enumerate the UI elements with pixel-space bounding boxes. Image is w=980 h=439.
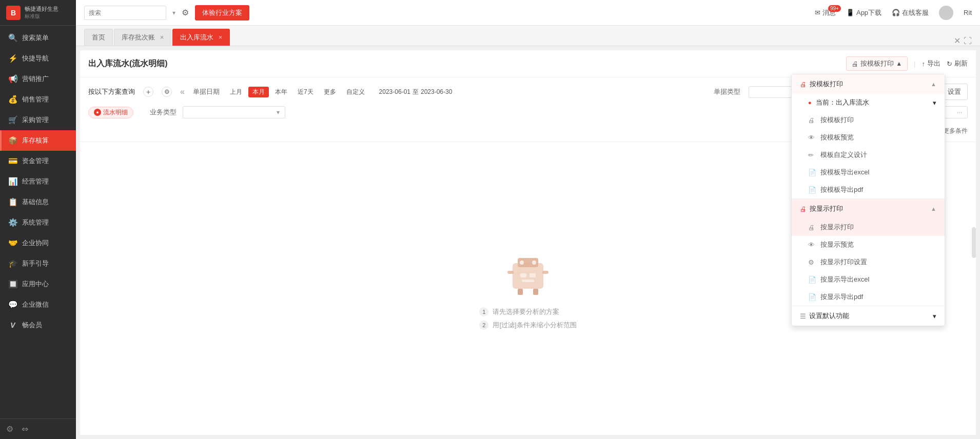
sidebar-item-finance[interactable]: 💳 资金管理 (0, 151, 76, 171)
template-print-item[interactable]: 🖨 按模板打印 (792, 111, 945, 129)
current-template-item[interactable]: ● 当前：出入库流水 ▾ (792, 94, 945, 111)
display-print-icon: 🖨 (808, 224, 816, 231)
mobile-icon: 📱 (846, 9, 854, 16)
sidebar-item-label-app-center: 应用中心 (22, 280, 49, 289)
sidebar-item-enterprise[interactable]: 🤝 企业协同 (0, 233, 76, 253)
tab-flow-close[interactable]: × (219, 33, 223, 41)
custom-item-icon: ✏ (808, 151, 816, 159)
template-print-header-icon: 🖨 (800, 81, 807, 88)
svg-rect-8 (542, 271, 548, 274)
display-print-label: 按显示打印 (820, 223, 854, 232)
display-print-item[interactable]: 🖨 按显示打印 (792, 218, 945, 236)
graduate-icon: 🎓 (8, 258, 18, 269)
tab-expand-icon[interactable]: ⛶ (964, 36, 972, 46)
tab-home[interactable]: 首页 (84, 29, 113, 46)
logo-icon: B (6, 6, 21, 20)
display-export-pdf-label: 按显示导出pdf (820, 292, 863, 302)
biz-type-select[interactable]: ▾ (183, 106, 285, 118)
template-print-header-label: 按模板打印 (810, 79, 843, 89)
svg-rect-6 (522, 280, 534, 282)
print-dropdown-chevron[interactable]: ▲ (896, 60, 902, 67)
template-preview-item[interactable]: 👁 按模板预览 (792, 129, 945, 146)
default-section-header[interactable]: ☰ 设置默认功能 ▾ (792, 306, 945, 326)
svg-rect-9 (518, 289, 523, 295)
print-dropdown-panel: 🖨 按模板打印 ▲ ● 当前：出入库流水 ▾ 🖨 按模板打印 👁 按模板预览 ✏ (791, 74, 945, 326)
filter-add-button[interactable]: + (143, 87, 153, 97)
warehouse-dots-icon[interactable]: ··· (957, 109, 962, 116)
date-btn-7days[interactable]: 近7天 (293, 87, 318, 97)
display-preview-icon: 👁 (808, 241, 816, 249)
filter-settings-button[interactable]: ⚙ (162, 87, 172, 97)
tab-batch[interactable]: 库存批次账 × (114, 29, 171, 46)
tab-flow-label: 出入库流水 (180, 33, 213, 41)
topbar-search-input[interactable] (84, 6, 166, 20)
sidebar-item-inventory[interactable]: 📦 库存核算 (0, 130, 76, 151)
sidebar-item-label-basic-info: 基础信息 (22, 197, 49, 207)
user-avatar[interactable] (939, 6, 953, 20)
tab-batch-close[interactable]: × (160, 33, 164, 41)
filter-collapse-icon[interactable]: « (180, 87, 185, 96)
sidebar-item-operations[interactable]: 📊 经营管理 (0, 171, 76, 192)
export-label: 导出 (927, 59, 940, 68)
online-service-button[interactable]: 🎧 在线客服 (892, 8, 929, 17)
sidebar-item-marketing[interactable]: 📢 营销推广 (0, 69, 76, 89)
sidebar-item-label-quick-nav: 快捷导航 (22, 54, 49, 63)
display-preview-label: 按显示预览 (820, 240, 854, 249)
template-custom-item[interactable]: ✏ 模板自定义设计 (792, 146, 945, 164)
date-btn-this-year[interactable]: 本年 (271, 87, 291, 97)
vip-icon: V (8, 320, 18, 330)
svg-rect-7 (507, 271, 514, 274)
display-export-pdf-item[interactable]: 📄 按显示导出pdf (792, 288, 945, 306)
date-btn-more[interactable]: 更多 (320, 87, 340, 97)
collapse-sidebar-icon[interactable]: ⇔ (22, 424, 28, 434)
topbar-dropdown-chevron[interactable]: ▾ (172, 9, 175, 16)
template-export-pdf-item[interactable]: 📄 按模板导出pdf (792, 181, 945, 198)
sidebar-item-sales[interactable]: 💰 销售管理 (0, 89, 76, 110)
app-download-button[interactable]: 📱 App下载 (846, 8, 881, 17)
template-print-button[interactable]: 🖨 按模板打印 ▲ (846, 56, 908, 71)
sidebar-item-guide[interactable]: 🎓 新手引导 (0, 253, 76, 274)
flow-detail-label: 流水明细 (103, 108, 128, 117)
grid-icon: 🔲 (8, 279, 18, 289)
date-btn-custom[interactable]: 自定义 (342, 87, 369, 97)
sidebar-item-system[interactable]: ⚙️ 系统管理 (0, 212, 76, 233)
display-print-header-label: 按显示打印 (810, 204, 843, 213)
divider1: | (914, 60, 915, 68)
display-export-excel-item[interactable]: 📄 按显示导出excel (792, 271, 945, 288)
topbar-settings-icon[interactable]: ⚙ (182, 8, 189, 17)
sidebar-item-quick-nav[interactable]: ⚡ 快捷导航 (0, 48, 76, 69)
tab-close-all-icon[interactable]: ✕ (954, 36, 961, 46)
template-print-section-header[interactable]: 🖨 按模板打印 ▲ (792, 74, 945, 94)
sidebar-item-label-purchase: 采购管理 (22, 115, 49, 125)
sidebar-item-enterprise-wechat[interactable]: 💬 企业微信 (0, 294, 76, 315)
template-section-chevron: ▲ (931, 81, 936, 87)
scroll-indicator[interactable] (972, 227, 976, 258)
date-btn-last-month[interactable]: 上月 (226, 87, 246, 97)
sidebar-item-search[interactable]: 🔍 搜索菜单 (0, 28, 76, 48)
svg-point-2 (520, 261, 524, 265)
display-print-settings-label: 按显示打印设置 (820, 257, 867, 267)
refresh-button[interactable]: ↻ 刷新 (947, 59, 968, 68)
print-item-icon: 🖨 (808, 116, 816, 124)
sidebar-item-label-finance: 资金管理 (22, 156, 49, 166)
handshake-icon: 🤝 (8, 238, 18, 248)
current-template-label: 当前：出入库流水 (816, 98, 869, 107)
display-print-settings-item[interactable]: ⚙ 按显示打印设置 (792, 253, 945, 271)
template-export-excel-item[interactable]: 📄 按模板导出excel (792, 164, 945, 181)
date-filter-label: 单据日期 (193, 87, 220, 96)
display-print-section-header[interactable]: 🖨 按显示打印 ▲ (792, 198, 945, 218)
display-preview-item[interactable]: 👁 按显示预览 (792, 236, 945, 253)
date-btn-this-month[interactable]: 本月 (248, 87, 269, 97)
industry-solution-button[interactable]: 体验行业方案 (195, 5, 249, 21)
tab-flow[interactable]: 出入库流水 × (172, 29, 230, 46)
settings-bottom-icon[interactable]: ⚙ (6, 424, 13, 434)
sidebar-item-vip[interactable]: V 畅会员 (0, 315, 76, 335)
sidebar-item-purchase[interactable]: 🛒 采购管理 (0, 110, 76, 130)
export-icon: ↑ (922, 60, 926, 68)
flow-detail-tag[interactable]: ● 流水明细 (88, 107, 133, 118)
message-button[interactable]: ✉ 消息 99+ (815, 8, 836, 17)
export-button[interactable]: ↑ 导出 (922, 59, 941, 68)
sidebar-item-basic-info[interactable]: 📋 基础信息 (0, 192, 76, 212)
sidebar-item-app-center[interactable]: 🔲 应用中心 (0, 274, 76, 294)
sidebar-item-label-enterprise: 企业协同 (22, 238, 49, 248)
